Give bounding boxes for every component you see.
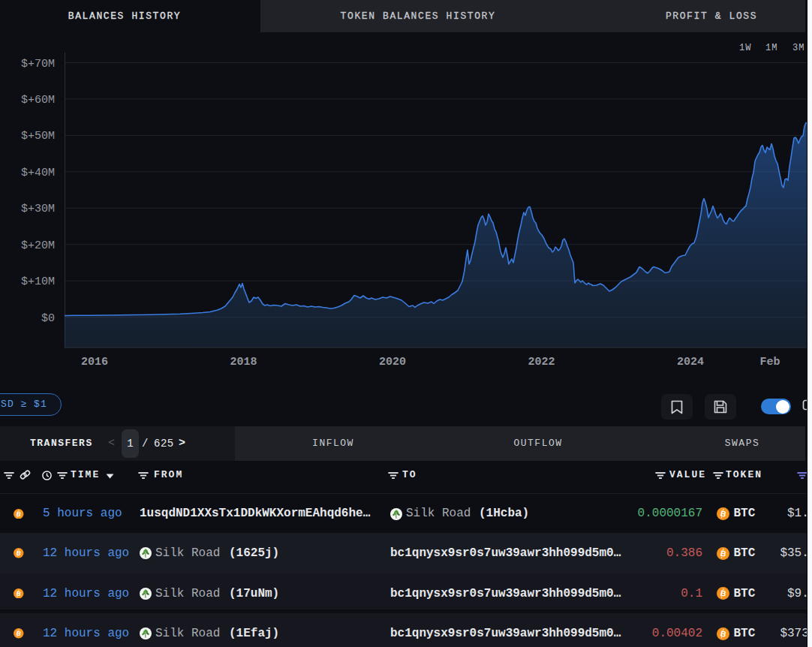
svg-text:$+40M: $+40M [21, 167, 55, 179]
svg-text:2022: 2022 [528, 356, 555, 369]
svg-text:2024: 2024 [677, 356, 704, 369]
svg-text:$+20M: $+20M [21, 239, 55, 252]
svg-text:$0: $0 [41, 312, 55, 325]
svg-text:Feb: Feb [759, 356, 780, 369]
svg-text:$+50M: $+50M [21, 130, 55, 143]
svg-text:$+70M: $+70M [21, 58, 55, 71]
svg-text:$+30M: $+30M [21, 203, 55, 215]
svg-text:$+10M: $+10M [21, 275, 55, 288]
svg-text:2018: 2018 [230, 356, 257, 369]
svg-text:2020: 2020 [379, 356, 406, 369]
svg-text:$+60M: $+60M [21, 94, 55, 107]
svg-text:2016: 2016 [81, 356, 108, 369]
